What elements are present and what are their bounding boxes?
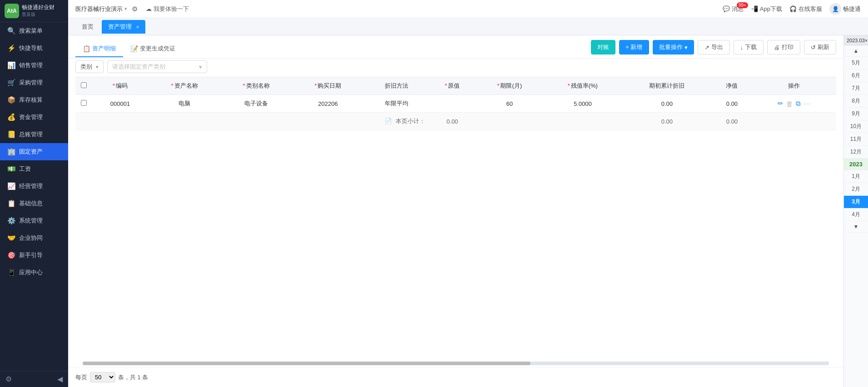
sidebar-item-purchase[interactable]: 🛒 采购管理 bbox=[0, 74, 68, 91]
scrollbar-thumb[interactable] bbox=[83, 362, 531, 365]
month-7[interactable]: 7月 bbox=[844, 82, 868, 95]
system-icon: ⚙️ bbox=[7, 217, 15, 225]
asset-detail-icon: 📋 bbox=[83, 45, 90, 52]
right-panel-down-arrow[interactable]: ▼ bbox=[844, 221, 868, 233]
settings-gear-icon[interactable]: ⚙ bbox=[132, 5, 138, 13]
month-2[interactable]: 2月 bbox=[844, 183, 868, 196]
subtab-asset-detail[interactable]: 📋 资产明细 bbox=[75, 41, 123, 57]
tab-home-label: 首页 bbox=[82, 23, 94, 30]
new-button[interactable]: + 新增 bbox=[619, 40, 649, 55]
payroll-icon: 💵 bbox=[7, 165, 15, 173]
sidebar-item-fixed-assets[interactable]: 🏢 固定资产 bbox=[0, 143, 68, 160]
subtotal-label: 📄 本页小计： bbox=[92, 113, 429, 130]
app-download-button[interactable]: 📲 App下载 bbox=[751, 5, 782, 13]
th-category: *类别名称 bbox=[220, 77, 292, 95]
online-service-button[interactable]: 🎧 在线客服 bbox=[789, 5, 822, 13]
sidebar-item-app-center[interactable]: 📱 应用中心 bbox=[0, 264, 68, 281]
cell-original-value bbox=[429, 95, 476, 113]
cell-net-value: 0.00 bbox=[712, 95, 752, 113]
sidebar-item-label: 企业协同 bbox=[19, 234, 43, 242]
batch-ops-button[interactable]: 批量操作 ▾ bbox=[653, 40, 694, 55]
month-9[interactable]: 9月 bbox=[844, 108, 868, 120]
tab-home[interactable]: 首页 bbox=[75, 20, 100, 34]
reconcile-button[interactable]: 对账 bbox=[591, 40, 615, 55]
right-panel-up-arrow[interactable]: ▲ bbox=[844, 45, 868, 57]
change-voucher-icon: 📝 bbox=[130, 45, 138, 52]
download-icon: 📲 bbox=[751, 5, 758, 12]
tab-asset-mgmt[interactable]: 资产管理 × bbox=[102, 20, 145, 34]
th-original-value: *原值 bbox=[429, 77, 476, 95]
sidebar-item-funds[interactable]: 💰 资金管理 bbox=[0, 109, 68, 126]
refresh-icon: ↺ bbox=[811, 44, 816, 51]
month-4[interactable]: 4月 bbox=[844, 208, 868, 221]
sidebar-item-guide[interactable]: 🎯 新手引导 bbox=[0, 247, 68, 264]
scrollbar-track bbox=[83, 362, 829, 365]
category-filter[interactable]: 类别 ▾ bbox=[75, 60, 104, 73]
per-page-select[interactable]: 50 10 20 100 bbox=[90, 372, 115, 382]
month-5[interactable]: 5月 bbox=[844, 57, 868, 69]
more-icon[interactable]: ⋯ bbox=[804, 99, 810, 108]
sidebar-nav: 🔍 搜索菜单 ⚡ 快捷导航 📊 销售管理 🛒 采购管理 📦 库存核算 💰 资金管… bbox=[0, 22, 68, 371]
cell-name: 电脑 bbox=[149, 95, 220, 113]
experience-button[interactable]: ☁ 我要体验一下 bbox=[146, 5, 189, 13]
per-page-label: 每页 bbox=[75, 373, 87, 382]
print-button[interactable]: 🖨 打印 bbox=[767, 40, 800, 55]
sidebar-item-enterprise[interactable]: 🤝 企业协同 bbox=[0, 229, 68, 247]
sales-icon: 📊 bbox=[7, 61, 15, 69]
subtotal-initial-depr: 0.00 bbox=[622, 113, 712, 130]
cell-residual-rate: 5.0000 bbox=[543, 95, 622, 113]
batch-ops-arrow-icon: ▾ bbox=[684, 44, 688, 51]
total-label: 条，共 1 条 bbox=[118, 373, 148, 382]
sidebar-item-basic-info[interactable]: 📋 基础信息 bbox=[0, 195, 68, 212]
edit-icon[interactable]: ✏ bbox=[778, 99, 784, 108]
download-icon: ↓ bbox=[740, 44, 744, 51]
month-10[interactable]: 10月 bbox=[844, 120, 868, 133]
month-6[interactable]: 6月 bbox=[844, 69, 868, 82]
subtab-change-voucher[interactable]: 📝 变更生成凭证 bbox=[123, 41, 183, 57]
content: 📋 资产明细 📝 变更生成凭证 对账 + 新增 批量操作 ▾ ↗ bbox=[68, 35, 868, 387]
sidebar-item-label: 搜索菜单 bbox=[19, 27, 43, 35]
purchase-icon: 🛒 bbox=[7, 79, 15, 87]
message-button[interactable]: 💬 消息 99+ bbox=[723, 5, 744, 13]
refresh-button[interactable]: ↺ 刷新 bbox=[804, 40, 836, 55]
category-select-input[interactable]: 请选择固定资产类别 ▾ bbox=[107, 60, 207, 73]
copy-icon[interactable]: ⧉ bbox=[796, 99, 801, 108]
sidebar-item-payroll[interactable]: 💵 工资 bbox=[0, 160, 68, 178]
settings-icon[interactable]: ⚙ bbox=[5, 375, 12, 383]
sidebar-item-operations[interactable]: 📈 经营管理 bbox=[0, 178, 68, 195]
subtab-bar: 📋 资产明细 📝 变更生成凭证 对账 + 新增 批量操作 ▾ ↗ bbox=[68, 35, 843, 59]
basic-info-icon: 📋 bbox=[7, 199, 15, 208]
month-11[interactable]: 11月 bbox=[844, 133, 868, 146]
th-depr-method: 折旧方法 bbox=[364, 77, 429, 95]
batch-ops-label: 批量操作 bbox=[659, 43, 683, 51]
company-arrow-icon: ▾ bbox=[124, 6, 127, 12]
sidebar-item-search[interactable]: 🔍 搜索菜单 bbox=[0, 22, 68, 40]
download-button[interactable]: ↓ 下载 bbox=[734, 40, 764, 55]
sidebar-item-quick-nav[interactable]: ⚡ 快捷导航 bbox=[0, 40, 68, 57]
sidebar-item-system[interactable]: ⚙️ 系统管理 bbox=[0, 212, 68, 229]
message-icon: 💬 bbox=[723, 5, 730, 12]
th-code: *编码 bbox=[92, 77, 149, 95]
tabbar: 首页 资产管理 × bbox=[68, 18, 868, 35]
select-all-checkbox[interactable] bbox=[81, 82, 87, 88]
table-wrap: *编码 *资产名称 *类别名称 *购买日期 折旧方法 *原值 *期限(月) *残… bbox=[68, 77, 843, 360]
row-checkbox[interactable] bbox=[81, 100, 87, 106]
subtab-asset-detail-label: 资产明细 bbox=[92, 45, 116, 53]
horizontal-scrollbar[interactable] bbox=[68, 360, 843, 367]
month-3-current[interactable]: 3月 bbox=[844, 196, 868, 208]
sidebar-item-inventory[interactable]: 📦 库存核算 bbox=[0, 91, 68, 109]
month-8[interactable]: 8月 bbox=[844, 95, 868, 108]
export-button[interactable]: ↗ 导出 bbox=[698, 40, 730, 55]
sidebar-item-sales[interactable]: 📊 销售管理 bbox=[0, 57, 68, 74]
month-12[interactable]: 12月 bbox=[844, 146, 868, 159]
sidebar-item-ledger[interactable]: 📒 总账管理 bbox=[0, 126, 68, 143]
sidebar-bottom: ⚙ ◀ bbox=[0, 371, 68, 387]
pagination: 每页 50 10 20 100 条，共 1 条 bbox=[68, 367, 843, 387]
tab-close-icon[interactable]: × bbox=[136, 24, 139, 30]
main: 医疗器械行业演示 ▾ ⚙ ☁ 我要体验一下 💬 消息 99+ 📲 App下载 🎧… bbox=[68, 0, 868, 387]
user-menu[interactable]: 👤 畅捷通 bbox=[829, 3, 861, 15]
collapse-icon[interactable]: ◀ bbox=[57, 375, 63, 383]
company-selector[interactable]: 医疗器械行业演示 ▾ bbox=[75, 5, 127, 13]
month-1[interactable]: 1月 bbox=[844, 170, 868, 183]
delete-icon[interactable]: 🗑 bbox=[786, 100, 793, 108]
